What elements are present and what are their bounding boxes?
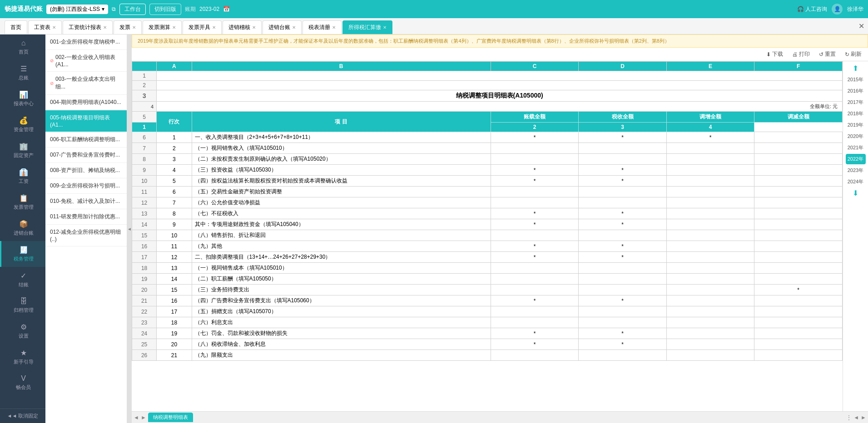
cell-c3[interactable] bbox=[666, 306, 754, 317]
cell-c2[interactable]: * bbox=[579, 165, 667, 176]
year-item[interactable]: 2021年 bbox=[846, 143, 866, 153]
doc-item-004[interactable]: 004-期间费用明细表(A1040... bbox=[45, 95, 127, 110]
doc-item-011[interactable]: 011-研发费用加计扣除优惠... bbox=[45, 209, 127, 225]
year-up-icon[interactable]: ⬆ bbox=[852, 63, 859, 74]
cell-c3[interactable] bbox=[666, 219, 754, 230]
cell-c1[interactable]: * bbox=[491, 176, 579, 187]
cell-c2[interactable]: * bbox=[579, 176, 667, 187]
year-item[interactable]: 2015年 bbox=[846, 74, 866, 85]
cell-c4[interactable] bbox=[754, 295, 843, 306]
row-label[interactable]: （三）投资收益（填写A105030） bbox=[192, 165, 491, 176]
cell-c1[interactable] bbox=[491, 285, 579, 295]
cell-c1[interactable] bbox=[491, 143, 579, 154]
cell-c2[interactable] bbox=[579, 263, 667, 274]
row-label[interactable]: （八）销售折扣、折让和退回 bbox=[192, 230, 491, 241]
cell-c2[interactable] bbox=[579, 197, 667, 208]
navtab-close-icon[interactable]: ✕ bbox=[132, 25, 136, 30]
cell-c3[interactable] bbox=[666, 295, 754, 306]
row-label[interactable]: （四）按权益法核算长期股权投资对初始投资成本调整确认收益 bbox=[192, 176, 491, 187]
cell-c4[interactable] bbox=[754, 306, 843, 317]
cell-c2[interactable] bbox=[579, 187, 667, 197]
cell-c3[interactable] bbox=[666, 143, 754, 154]
cell-c2[interactable]: * bbox=[579, 328, 667, 339]
cell-c3[interactable] bbox=[666, 328, 754, 339]
company-selector[interactable]: (勿删) 江西股金-LSS ▾ bbox=[46, 5, 108, 14]
cell-c2[interactable] bbox=[579, 350, 667, 361]
tab-nav-prev[interactable]: ◄ bbox=[134, 414, 139, 421]
row-label[interactable]: 一、收入类调整项目（2+3+4+5+6+7+8+10+11） bbox=[192, 132, 491, 143]
row-label[interactable]: （八）税收滞纳金、加收利息 bbox=[192, 339, 491, 350]
doc-item-006[interactable]: 006-职工薪酬纳税调整明细... bbox=[45, 132, 127, 148]
download-button[interactable]: ⬇ 下载 bbox=[764, 49, 786, 59]
cell-c3[interactable] bbox=[666, 165, 754, 176]
row-label[interactable]: 二、扣除类调整项目（13+14+…24+26+27+28+29+30） bbox=[192, 252, 491, 263]
calendar-icon[interactable]: 📅 bbox=[223, 6, 230, 12]
navtab[interactable]: 发票开具✕ bbox=[183, 20, 222, 34]
cell-c2[interactable] bbox=[579, 154, 667, 165]
cell-c3[interactable] bbox=[666, 274, 754, 285]
cell-c4[interactable] bbox=[754, 241, 843, 252]
cell[interactable] bbox=[157, 81, 843, 90]
cell-c1[interactable]: * bbox=[491, 252, 579, 263]
row-label[interactable]: （五）捐赠支出（填写A105070） bbox=[192, 306, 491, 317]
navtab[interactable]: 首页 bbox=[5, 20, 27, 34]
sidebar-item-purchase[interactable]: 📦 进销台账 bbox=[0, 215, 45, 241]
cell-c1[interactable]: * bbox=[491, 339, 579, 350]
cell-c1[interactable]: * bbox=[491, 132, 579, 143]
sidebar-item-ledger[interactable]: ☰ 总账 bbox=[0, 60, 45, 86]
sidebar-item-asset[interactable]: 💰 资金管理 bbox=[0, 112, 45, 138]
row-label[interactable]: （一）视同销售成本（填写A105010） bbox=[192, 263, 491, 274]
cell-c3[interactable] bbox=[666, 154, 754, 165]
year-item[interactable]: 2017年 bbox=[846, 97, 866, 108]
cell-c1[interactable] bbox=[491, 197, 579, 208]
navtab-close-icon[interactable]: ✕ bbox=[332, 25, 336, 30]
navtab[interactable]: 进销台账✕ bbox=[263, 20, 302, 34]
cell-c1[interactable] bbox=[491, 154, 579, 165]
sidebar-item-home[interactable]: ⌂ 首页 bbox=[0, 34, 45, 60]
cell-c3[interactable] bbox=[666, 285, 754, 295]
doc-item-012[interactable]: 012-减免企业所得税优惠明细(..) bbox=[45, 225, 127, 246]
cell-c2[interactable]: * bbox=[579, 241, 667, 252]
cell-c1[interactable] bbox=[491, 317, 579, 328]
row-label[interactable]: （一）视同销售收入（填写A105010） bbox=[192, 143, 491, 154]
cell-c3[interactable] bbox=[666, 241, 754, 252]
doc-item-009[interactable]: 009-企业所得税弥补亏损明... bbox=[45, 178, 127, 194]
cell-c3[interactable] bbox=[666, 252, 754, 263]
navtab[interactable]: 发票测算✕ bbox=[143, 20, 182, 34]
cell-c1[interactable] bbox=[491, 306, 579, 317]
cell-c3[interactable] bbox=[666, 197, 754, 208]
cell-c4[interactable] bbox=[754, 350, 843, 361]
navtab[interactable]: 发票✕ bbox=[114, 20, 142, 34]
navtab-close-icon[interactable]: ✕ bbox=[172, 25, 176, 30]
cell-c3[interactable] bbox=[666, 208, 754, 219]
doc-item-010[interactable]: 010-免税、减计收入及加计... bbox=[45, 194, 127, 209]
row-label[interactable]: （六）利息支出 bbox=[192, 317, 491, 328]
sidebar-item-settings[interactable]: ⚙ 设置 bbox=[0, 318, 45, 344]
cell-c1[interactable]: * bbox=[491, 208, 579, 219]
cell-c1[interactable]: * bbox=[491, 165, 579, 176]
cell-c1[interactable]: * bbox=[491, 328, 579, 339]
cell-c1[interactable] bbox=[491, 350, 579, 361]
doc-item-003[interactable]: ⊘003-一般企业成本支出明细... bbox=[45, 72, 127, 95]
cell[interactable] bbox=[157, 71, 843, 81]
row-label[interactable]: （六）公允价值变动净损益 bbox=[192, 197, 491, 208]
avatar[interactable]: 👤 bbox=[832, 4, 843, 15]
sidebar-item-archive[interactable]: 🗄 归档管理 bbox=[0, 293, 45, 318]
row-label[interactable]: （九）限额支出 bbox=[192, 350, 491, 361]
cell-c4[interactable] bbox=[754, 219, 843, 230]
cell-c4[interactable] bbox=[754, 339, 843, 350]
cell-c2[interactable]: * bbox=[579, 295, 667, 306]
navtab-close-icon[interactable]: ✕ bbox=[292, 25, 296, 30]
cell-c3[interactable] bbox=[666, 317, 754, 328]
cell-c2[interactable]: * bbox=[579, 252, 667, 263]
cell-c3[interactable]: * bbox=[666, 132, 754, 143]
switch-old-button[interactable]: 切到旧版 bbox=[149, 4, 181, 15]
sidebar-item-tax[interactable]: 🧾 税务管理 bbox=[0, 241, 45, 267]
navtab[interactable]: 工资表✕ bbox=[28, 20, 62, 34]
row-label[interactable]: （七）不征税收入 bbox=[192, 208, 491, 219]
refresh-button[interactable]: ↻ 刷新 bbox=[842, 49, 864, 59]
cell-c4[interactable] bbox=[754, 176, 843, 187]
navtab-close-icon[interactable]: ✕ bbox=[52, 25, 56, 30]
cell-c4[interactable] bbox=[754, 208, 843, 219]
cell-c2[interactable] bbox=[579, 306, 667, 317]
